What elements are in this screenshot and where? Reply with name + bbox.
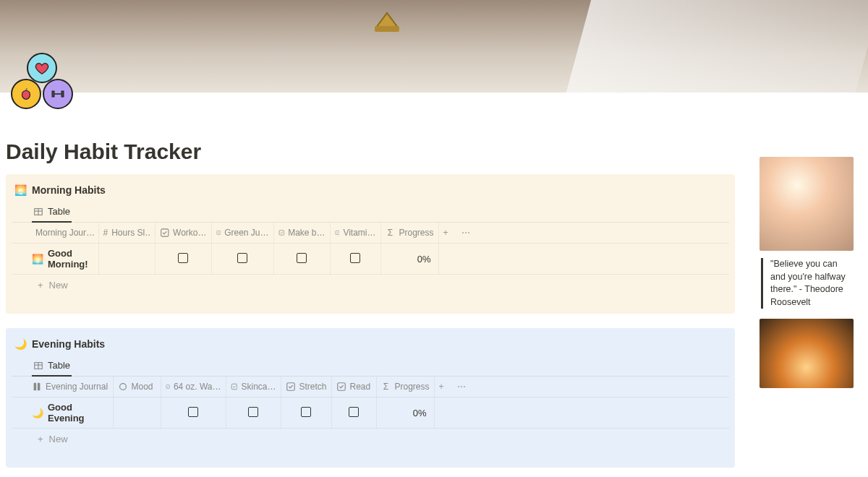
formula-icon: Σ [386,228,396,238]
col-progress-evening[interactable]: Progress [395,382,430,392]
col-progress[interactable]: Progress [399,228,434,238]
inspiration-image-2 [760,319,854,388]
table-icon [33,361,43,371]
morning-view-tabs: Table [12,203,729,223]
row-title: Good Morning! [48,248,94,270]
svg-rect-0 [375,26,399,32]
add-column-button[interactable]: + [443,228,448,238]
col-hours-slept[interactable]: Hours Sl… [111,228,150,238]
new-label: New [49,434,68,444]
col-evening-journal[interactable]: Evening Journal [46,382,108,392]
col-morning-journal[interactable]: Morning Jour… [35,228,94,238]
checkbox-vitamins[interactable] [350,253,360,263]
checkbox-icon [231,382,238,392]
page-icon [32,382,42,392]
heart-circle-icon [27,53,57,83]
barbell-circle-icon [43,79,73,109]
checkbox-water[interactable] [188,407,198,417]
col-skincare[interactable]: Skinca… [241,382,276,392]
inspiration-image-1 [760,157,854,251]
col-workout[interactable]: Worko… [173,228,206,238]
svg-rect-10 [216,231,220,235]
checkbox-icon [336,382,346,392]
col-mood[interactable]: Mood [132,382,153,392]
svg-rect-22 [337,383,345,391]
checkbox-read[interactable] [349,407,359,417]
moon-icon: 🌙 [14,338,26,350]
checkbox-skincare[interactable] [248,407,258,417]
evening-habits-block: 🌙 Evening Habits Table Evening Journal M… [6,328,735,468]
number-icon: # [103,228,109,238]
col-make-bed[interactable]: Make b… [288,228,325,238]
col-vitamins[interactable]: Vitami… [343,228,375,238]
svg-rect-20 [231,384,237,389]
svg-point-18 [119,384,126,390]
binder-clip-decoration [369,7,405,36]
new-label: New [49,280,68,291]
sidebar: "Believe you can and you're halfway ther… [760,118,862,477]
checkbox-icon [166,382,170,392]
svg-rect-17 [38,383,41,391]
tab-table-evening[interactable]: Table [32,357,72,377]
table-more-button[interactable]: ⋯ [457,382,466,392]
svg-rect-21 [286,383,294,390]
quote-block: "Believe you can and you're halfway ther… [761,258,854,309]
sunrise-icon: 🌅 [32,254,43,265]
svg-rect-2 [61,91,64,97]
col-green-juice[interactable]: Green Ju… [224,228,268,238]
svg-rect-16 [34,383,37,391]
checkbox-stretch[interactable] [301,407,311,417]
table-row[interactable]: 🌙Good Evening 0% [12,398,729,429]
checkbox-make-bed[interactable] [297,253,307,263]
plus-icon: + [38,280,43,291]
add-column-button[interactable]: + [439,382,444,392]
apple-circle-icon [11,79,41,109]
morning-table: Morning Jour… #Hours Sl… Worko… Green Ju… [12,223,729,275]
morning-habits-block: 🌅 Morning Habits Table Morning Jour… #Ho… [6,174,735,314]
status-icon [118,382,128,392]
svg-rect-11 [279,231,284,235]
svg-rect-12 [335,231,339,234]
checkbox-icon [286,382,296,392]
checkbox-workout[interactable] [178,253,188,263]
col-water[interactable]: 64 oz. Wa… [174,382,221,392]
sunrise-icon: 🌅 [14,184,26,196]
tab-table-morning[interactable]: Table [32,203,72,223]
evening-view-tabs: Table [12,357,729,377]
svg-rect-3 [54,93,61,95]
progress-value: 0% [413,408,427,418]
row-title: Good Evening [48,402,109,424]
svg-rect-9 [161,229,168,236]
col-read[interactable]: Read [350,382,371,392]
svg-rect-19 [166,385,169,389]
formula-icon: Σ [381,382,391,392]
progress-value: 0% [417,254,431,265]
table-icon [33,207,43,217]
evening-block-title: Evening Habits [32,338,105,350]
morning-block-title: Morning Habits [32,184,106,196]
col-stretch[interactable]: Stretch [299,382,326,392]
checkbox-icon [216,228,221,238]
cover-image [0,0,868,93]
tab-label: Table [48,360,70,371]
tab-label: Table [48,206,70,217]
svg-rect-1 [52,91,54,97]
table-row[interactable]: 🌅Good Morning! 0% [12,244,729,275]
checkbox-icon [335,228,340,238]
table-more-button[interactable]: ⋯ [461,228,470,238]
plus-icon: + [38,434,43,444]
checkbox-icon [278,228,285,238]
moon-icon: 🌙 [32,408,43,418]
checkbox-green-juice[interactable] [237,253,247,263]
new-row-button-evening[interactable]: + New [12,429,729,447]
checkbox-icon [160,228,170,238]
new-row-button-morning[interactable]: + New [12,275,729,293]
evening-table: Evening Journal Mood 64 oz. Wa… Skinca… … [12,377,729,429]
page-icon[interactable] [9,53,81,118]
page-title: Daily Habit Tracker [6,139,735,164]
